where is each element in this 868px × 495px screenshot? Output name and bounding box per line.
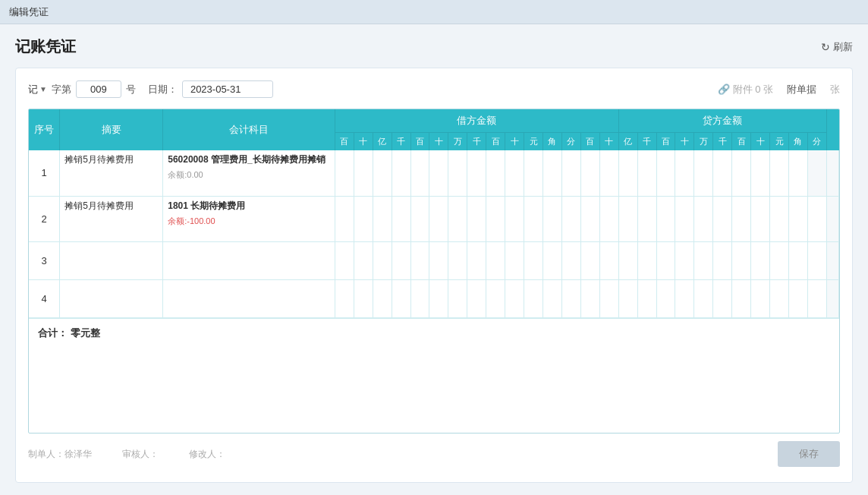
row4-d12[interactable] bbox=[542, 279, 561, 317]
row4-d6[interactable] bbox=[429, 279, 448, 317]
row3-c9[interactable] bbox=[770, 241, 789, 279]
row1-d14[interactable] bbox=[580, 150, 599, 196]
row2-d3[interactable] bbox=[373, 196, 392, 241]
row2-d2[interactable] bbox=[354, 196, 373, 241]
date-input[interactable] bbox=[182, 80, 273, 98]
row1-d12[interactable] bbox=[542, 150, 561, 196]
row1-c7[interactable] bbox=[732, 150, 751, 196]
row3-d3[interactable] bbox=[373, 241, 392, 279]
row2-c5[interactable] bbox=[694, 196, 713, 241]
row3-c11[interactable] bbox=[807, 241, 826, 279]
row4-d15[interactable] bbox=[599, 279, 618, 317]
row2-d1[interactable] bbox=[335, 196, 354, 241]
row3-c5[interactable] bbox=[694, 241, 713, 279]
row3-d2[interactable] bbox=[354, 241, 373, 279]
row4-d5[interactable] bbox=[410, 279, 429, 317]
row4-c3[interactable] bbox=[656, 279, 675, 317]
row3-d9[interactable] bbox=[486, 241, 505, 279]
refresh-button[interactable]: ↻ 刷新 bbox=[821, 40, 853, 54]
row3-c3[interactable] bbox=[656, 241, 675, 279]
row2-c7[interactable] bbox=[732, 196, 751, 241]
row4-account[interactable] bbox=[163, 279, 335, 317]
row1-summary[interactable]: 摊销5月待摊费用 bbox=[60, 150, 163, 196]
row3-d12[interactable] bbox=[542, 241, 561, 279]
row3-d8[interactable] bbox=[467, 241, 486, 279]
row2-d12[interactable] bbox=[542, 196, 561, 241]
row1-d7[interactable] bbox=[448, 150, 467, 196]
row1-d9[interactable] bbox=[486, 150, 505, 196]
row2-c4[interactable] bbox=[675, 196, 694, 241]
row4-d8[interactable] bbox=[467, 279, 486, 317]
row3-d6[interactable] bbox=[429, 241, 448, 279]
row1-account[interactable]: 56020008 管理费用_长期待摊费用摊销 余额:0.00 bbox=[163, 150, 335, 196]
row4-d13[interactable] bbox=[561, 279, 580, 317]
row2-d5[interactable] bbox=[410, 196, 429, 241]
row2-c3[interactable] bbox=[656, 196, 675, 241]
row2-d13[interactable] bbox=[561, 196, 580, 241]
row4-d7[interactable] bbox=[448, 279, 467, 317]
row1-c6[interactable] bbox=[713, 150, 732, 196]
row2-account[interactable]: 1801 长期待摊费用 余额:-100.00 bbox=[163, 196, 335, 241]
row2-c2[interactable] bbox=[637, 196, 656, 241]
row4-d1[interactable] bbox=[335, 279, 354, 317]
row1-d11[interactable] bbox=[524, 150, 543, 196]
row1-d10[interactable] bbox=[505, 150, 524, 196]
row1-c11[interactable] bbox=[807, 150, 826, 196]
row1-c2[interactable] bbox=[637, 150, 656, 196]
row4-d9[interactable] bbox=[486, 279, 505, 317]
row4-c5[interactable] bbox=[694, 279, 713, 317]
row3-c4[interactable] bbox=[675, 241, 694, 279]
row2-summary[interactable]: 摊销5月待摊费用 bbox=[60, 196, 163, 241]
row4-d14[interactable] bbox=[580, 279, 599, 317]
row3-d7[interactable] bbox=[448, 241, 467, 279]
row1-c3[interactable] bbox=[656, 150, 675, 196]
row2-d9[interactable] bbox=[486, 196, 505, 241]
row3-c1[interactable] bbox=[618, 241, 637, 279]
row1-c9[interactable] bbox=[770, 150, 789, 196]
row2-c10[interactable] bbox=[789, 196, 808, 241]
row3-summary[interactable] bbox=[60, 241, 163, 279]
row1-d15[interactable] bbox=[599, 150, 618, 196]
row3-d11[interactable] bbox=[524, 241, 543, 279]
row2-d15[interactable] bbox=[599, 196, 618, 241]
row4-c11[interactable] bbox=[807, 279, 826, 317]
row1-c10[interactable] bbox=[789, 150, 808, 196]
row3-c8[interactable] bbox=[751, 241, 770, 279]
row1-c8[interactable] bbox=[751, 150, 770, 196]
row1-d4[interactable] bbox=[392, 150, 410, 196]
row1-d2[interactable] bbox=[354, 150, 373, 196]
row3-c10[interactable] bbox=[789, 241, 808, 279]
row1-d1[interactable] bbox=[335, 150, 354, 196]
row2-c6[interactable] bbox=[713, 196, 732, 241]
row3-d13[interactable] bbox=[561, 241, 580, 279]
row1-d8[interactable] bbox=[467, 150, 486, 196]
row4-c2[interactable] bbox=[637, 279, 656, 317]
row2-d8[interactable] bbox=[467, 196, 486, 241]
row1-c5[interactable] bbox=[694, 150, 713, 196]
row1-d5[interactable] bbox=[410, 150, 429, 196]
row3-account[interactable] bbox=[163, 241, 335, 279]
row2-d4[interactable] bbox=[392, 196, 410, 241]
row3-c2[interactable] bbox=[637, 241, 656, 279]
single-receipt-button[interactable]: 附单据 bbox=[787, 83, 816, 96]
row2-c9[interactable] bbox=[770, 196, 789, 241]
row2-d7[interactable] bbox=[448, 196, 467, 241]
row2-c11[interactable] bbox=[807, 196, 826, 241]
row2-d14[interactable] bbox=[580, 196, 599, 241]
row3-c6[interactable] bbox=[713, 241, 732, 279]
type-select[interactable]: 记 ▼ bbox=[28, 83, 47, 96]
row3-d5[interactable] bbox=[410, 241, 429, 279]
row1-c4[interactable] bbox=[675, 150, 694, 196]
row3-d1[interactable] bbox=[335, 241, 354, 279]
row3-d10[interactable] bbox=[505, 241, 524, 279]
row1-d13[interactable] bbox=[561, 150, 580, 196]
row4-c7[interactable] bbox=[732, 279, 751, 317]
row4-d10[interactable] bbox=[505, 279, 524, 317]
row2-d6[interactable] bbox=[429, 196, 448, 241]
row4-c8[interactable] bbox=[751, 279, 770, 317]
row1-c1[interactable] bbox=[618, 150, 637, 196]
row4-c9[interactable] bbox=[770, 279, 789, 317]
row1-d6[interactable] bbox=[429, 150, 448, 196]
row4-summary[interactable] bbox=[60, 279, 163, 317]
row4-c10[interactable] bbox=[789, 279, 808, 317]
